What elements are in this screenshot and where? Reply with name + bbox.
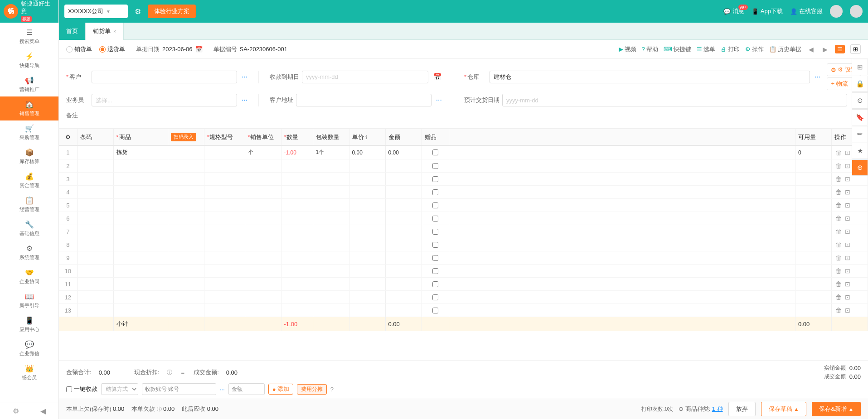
sidebar-item-13[interactable]: 💬企业微信 (0, 337, 58, 361)
trial-button[interactable]: 体验行业方案 (148, 5, 196, 18)
cell-unit-3[interactable] (245, 186, 281, 199)
cell-goods-4[interactable] (113, 199, 168, 212)
cell-qty-8[interactable] (281, 251, 313, 265)
side-action-edit[interactable]: ✏ (852, 126, 868, 142)
warehouse-dots-icon[interactable]: ··· (815, 73, 820, 81)
delete-btn-9[interactable]: 🗑 (835, 267, 842, 275)
user-avatar[interactable] (830, 5, 843, 18)
online-service-btn[interactable]: 👤 在线客服 (790, 7, 823, 15)
add-payment-btn[interactable]: ● 添加 (268, 384, 293, 395)
salesperson-input[interactable] (92, 94, 237, 106)
cell-pkg-4[interactable] (313, 199, 349, 212)
cell-unit-9[interactable] (245, 265, 281, 278)
cell-barcode-0[interactable] (77, 145, 113, 159)
warehouse-input[interactable] (490, 71, 810, 83)
customer-dots-icon[interactable]: ··· (242, 73, 247, 81)
cell-goods-6[interactable] (113, 225, 168, 238)
cell-amount-4[interactable] (385, 199, 422, 212)
side-action-grid[interactable]: ⊞ (852, 59, 868, 75)
cell-pkg-10[interactable] (313, 278, 349, 291)
help-btn[interactable]: ? 帮助 (642, 45, 658, 53)
account-input[interactable] (142, 383, 216, 395)
cell-amount-8[interactable] (385, 251, 422, 265)
user-avatar2[interactable] (850, 5, 863, 18)
cell-amount-6[interactable] (385, 225, 422, 238)
cell-pkg-0[interactable]: 1个 (313, 145, 349, 159)
copy-btn-11[interactable]: ⊡ (845, 294, 850, 301)
delete-btn-8[interactable]: 🗑 (835, 254, 842, 261)
cell-unit-5[interactable] (245, 212, 281, 225)
settings-bottom-icon[interactable]: ⚙ (13, 407, 19, 415)
tab-close-icon[interactable]: × (113, 29, 116, 34)
prev-icon[interactable]: ◀ (809, 46, 814, 53)
cell-spec-11[interactable] (204, 291, 245, 304)
account-dots-icon[interactable]: ··· (220, 386, 225, 393)
cell-unit-6[interactable] (245, 225, 281, 238)
gift-checkbox-0[interactable] (432, 149, 438, 155)
cell-price-12[interactable] (349, 304, 385, 317)
cell-spec-10[interactable] (204, 278, 245, 291)
cell-price-10[interactable] (349, 278, 385, 291)
cell-spec-8[interactable] (204, 251, 245, 265)
cell-barcode-6[interactable] (77, 225, 113, 238)
copy-btn-7[interactable]: ⊡ (845, 241, 850, 248)
gift-checkbox-7[interactable] (432, 242, 438, 248)
cell-barcode-10[interactable] (77, 278, 113, 291)
copy-btn-2[interactable]: ⊡ (845, 175, 850, 183)
gift-checkbox-5[interactable] (432, 216, 438, 222)
discount-help-icon[interactable]: ⓘ (167, 369, 172, 376)
sidebar-item-4[interactable]: 🛒采购管理 (0, 120, 58, 144)
payment-due-input[interactable] (302, 71, 428, 83)
cell-price-4[interactable] (349, 199, 385, 212)
side-action-plus[interactable]: ⊕ (852, 159, 868, 176)
cell-price-0[interactable]: 0.00 (349, 145, 385, 159)
cell-pkg-6[interactable] (313, 225, 349, 238)
sidebar-item-3[interactable]: 🏠销售管理 (0, 96, 58, 120)
sidebar-item-9[interactable]: ⚙系统管理 (0, 241, 58, 265)
cell-price-1[interactable] (349, 159, 385, 173)
cell-qty-7[interactable] (281, 238, 313, 251)
scan-button[interactable]: 扫码录入 (171, 133, 196, 141)
cell-spec-0[interactable] (204, 145, 245, 159)
print-btn[interactable]: 🖨 打印 (721, 45, 740, 53)
cell-goods-7[interactable] (113, 238, 168, 251)
delete-btn-5[interactable]: 🗑 (835, 215, 842, 222)
company-selector[interactable]: XXXXXX公司 ▼ (64, 5, 128, 18)
copy-btn-12[interactable]: ⊡ (845, 307, 850, 314)
cell-barcode-3[interactable] (77, 186, 113, 199)
delete-btn-7[interactable]: 🗑 (835, 241, 842, 248)
cell-spec-4[interactable] (204, 199, 245, 212)
col-settings-icon[interactable]: ⚙ (65, 134, 71, 140)
delete-btn-6[interactable]: 🗑 (835, 228, 842, 235)
cell-qty-11[interactable] (281, 291, 313, 304)
cell-spec-5[interactable] (204, 212, 245, 225)
gift-checkbox-12[interactable] (432, 308, 438, 313)
cell-amount-1[interactable] (385, 159, 422, 173)
cell-goods-5[interactable] (113, 212, 168, 225)
settlement-select[interactable]: 结算方式 (101, 383, 138, 395)
next-icon[interactable]: ▶ (823, 46, 828, 53)
side-action-star[interactable]: ★ (852, 143, 868, 159)
cell-spec-1[interactable] (204, 159, 245, 173)
cell-pkg-11[interactable] (313, 291, 349, 304)
side-action-lock[interactable]: 🔒 (852, 76, 868, 92)
gift-checkbox-6[interactable] (432, 229, 438, 235)
sidebar-item-14[interactable]: 👑畅会员 (0, 361, 58, 385)
payment-due-cal-icon[interactable]: 📅 (433, 72, 442, 81)
cell-pkg-1[interactable] (313, 159, 349, 173)
delete-btn-12[interactable]: 🗑 (835, 307, 842, 314)
message-btn[interactable]: 💬 消息 99+ (723, 7, 744, 15)
cell-qty-6[interactable] (281, 225, 313, 238)
fee-help-icon[interactable]: ? (330, 386, 334, 393)
side-action-eye[interactable]: ⊙ (852, 92, 868, 109)
cell-goods-8[interactable] (113, 251, 168, 265)
sidebar-item-10[interactable]: 🤝企业协同 (0, 265, 58, 289)
header-settings-btn[interactable]: ⚙ (131, 5, 144, 18)
cell-pkg-9[interactable] (313, 265, 349, 278)
cell-qty-3[interactable] (281, 186, 313, 199)
one-click-pay-checkbox[interactable] (66, 386, 72, 392)
cell-barcode-4[interactable] (77, 199, 113, 212)
cell-qty-2[interactable] (281, 173, 313, 186)
cell-price-2[interactable] (349, 173, 385, 186)
cell-goods-2[interactable] (113, 173, 168, 186)
